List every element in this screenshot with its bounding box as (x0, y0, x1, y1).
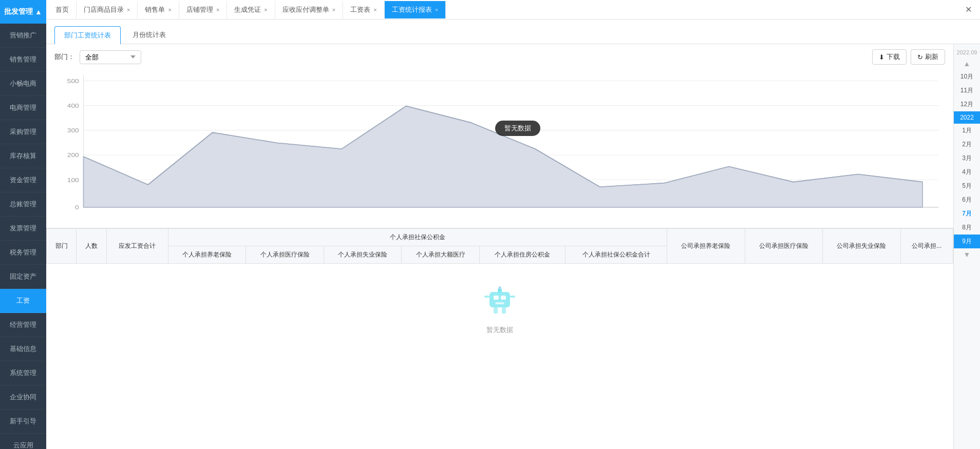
picker-month-2[interactable]: 2月 (954, 138, 980, 151)
picker-year-2022-label[interactable]: 2022.09 (957, 47, 977, 57)
tab-工资表[interactable]: 工资表× (343, 1, 384, 18)
svg-rect-18 (499, 286, 501, 289)
picker-arrow-down[interactable]: ▼ (962, 248, 973, 261)
sidebar-item-销售管理[interactable]: 销售管理 (0, 48, 46, 72)
tab-bar: 首页门店商品目录×销售单×店铺管理×生成凭证×应收应付调整单×工资表×工资统计报… (46, 0, 980, 19)
table-wrapper[interactable]: 部门 人数 应发工资合计 个人承担社保公积金 公司承担养老保险 公司承担医疗保险… (46, 228, 953, 449)
svg-text:200: 200 (67, 151, 79, 159)
col-personal-total: 个人承担社保公积金合计 (565, 246, 667, 264)
sidebar-item-资金管理[interactable]: 资金管理 (0, 168, 46, 192)
tab-销售单[interactable]: 销售单× (138, 1, 179, 18)
tab-close-icon[interactable]: × (264, 7, 267, 13)
chart-svg: 0 100 200 300 400 500 (54, 70, 945, 224)
sidebar-item-固定资产[interactable]: 固定资产 (0, 265, 46, 289)
tab-label: 销售单 (145, 5, 165, 14)
tab-close-icon[interactable]: × (435, 7, 438, 13)
tab-label: 应收应付调整单 (282, 5, 329, 14)
date-picker-panel: 2022.09 ▲ 10月 11月 12月 2022 1月 2月 3月 4月 5… (953, 44, 980, 449)
sidebar-item-发票管理[interactable]: 发票管理 (0, 217, 46, 241)
sidebar-item-税务管理[interactable]: 税务管理 (0, 241, 46, 265)
tab-店铺管理[interactable]: 店铺管理× (179, 1, 227, 18)
sidebar-item-企业协同[interactable]: 企业协同 (0, 385, 46, 409)
toolbar-actions: ⬇ 下载 ↻ 刷新 (872, 49, 945, 65)
picker-month-7[interactable]: 7月 (954, 207, 980, 221)
refresh-icon: ↻ (917, 53, 923, 61)
sidebar-item-库存核算[interactable]: 库存核算 (0, 144, 46, 168)
svg-rect-20 (510, 296, 515, 298)
col-company-other: 公司承担... (900, 229, 953, 264)
picker-month-9[interactable]: 9月 (954, 235, 980, 248)
picker-month-8[interactable]: 8月 (954, 221, 980, 235)
svg-rect-22 (502, 307, 506, 314)
col-count: 人数 (77, 229, 106, 264)
chart-area: 0 100 200 300 400 500 (46, 70, 953, 224)
svg-rect-13 (489, 292, 510, 307)
tab-应收应付调整单[interactable]: 应收应付调整单× (275, 1, 343, 18)
svg-rect-15 (501, 296, 506, 300)
sidebar-item-小畅电商[interactable]: 小畅电商 (0, 72, 46, 96)
sidebar-item-经营管理[interactable]: 经营管理 (0, 313, 46, 337)
tab-label: 生成凭证 (234, 5, 261, 14)
sidebar-item-营销推广[interactable]: 营销推广 (0, 24, 46, 48)
chart-container: 0 100 200 300 400 500 (54, 70, 945, 224)
tab-close-icon[interactable]: × (168, 7, 171, 13)
picker-year-2022-marker[interactable]: 2022 (954, 111, 980, 124)
sidebar-item-基础信息[interactable]: 基础信息 (0, 337, 46, 361)
picker-month-10[interactable]: 10月 (954, 70, 980, 84)
picker-month-3[interactable]: 3月 (954, 151, 980, 165)
sidebar-item-电商管理[interactable]: 电商管理 (0, 96, 46, 120)
col-personal-medical: 个人承担医疗保险 (246, 246, 324, 264)
main-area: 首页门店商品目录×销售单×店铺管理×生成凭证×应收应付调整单×工资表×工资统计报… (46, 0, 980, 449)
svg-rect-16 (495, 302, 504, 304)
sidebar-item-系统管理[interactable]: 系统管理 (0, 361, 46, 385)
picker-arrow-up[interactable]: ▲ (962, 57, 973, 70)
col-personal-housing: 个人承担住房公积金 (479, 246, 565, 264)
tab-bar-end: ✕ (959, 3, 978, 16)
col-company-medical: 公司承担医疗保险 (745, 229, 823, 264)
empty-text: 暂无数据 (486, 325, 513, 335)
col-personal-group: 个人承担社保公积金 (168, 229, 667, 246)
col-personal-unemployment: 个人承担失业保险 (324, 246, 402, 264)
svg-text:0: 0 (75, 204, 79, 211)
tab-close-icon[interactable]: × (216, 7, 219, 13)
sidebar-item-总账管理[interactable]: 总账管理 (0, 192, 46, 217)
picker-month-5[interactable]: 5月 (954, 179, 980, 193)
sidebar-item-工资[interactable]: 工资 (0, 289, 46, 313)
col-company-unemployment: 公司承担失业保险 (823, 229, 901, 264)
download-icon: ⬇ (879, 53, 884, 61)
sidebar-item-云应用[interactable]: 云应用 (0, 434, 46, 449)
tab-close-icon[interactable]: × (373, 7, 376, 13)
sidebar-header[interactable]: 批发管理 ▲ (0, 0, 46, 24)
tab-工资统计报表[interactable]: 工资统计报表× (385, 1, 446, 18)
dept-select[interactable]: 全部 (80, 50, 141, 64)
empty-state-icon (479, 279, 520, 320)
refresh-button[interactable]: ↻ 刷新 (911, 49, 945, 65)
tab-首页[interactable]: 首页 (48, 1, 77, 18)
tab-门店商品目录[interactable]: 门店商品目录× (77, 1, 138, 18)
empty-state: 暂无数据 (47, 264, 953, 350)
tab-close-icon[interactable]: × (127, 7, 130, 13)
inner-tab-部门工资统计表[interactable]: 部门工资统计表 (54, 26, 121, 44)
picker-month-12[interactable]: 12月 (954, 97, 980, 111)
content-main: 部门： 全部 ⬇ 下载 ↻ 刷新 (46, 44, 953, 449)
toolbar-row: 部门： 全部 ⬇ 下载 ↻ 刷新 (46, 44, 953, 70)
picker-month-11[interactable]: 11月 (954, 84, 980, 97)
content-area: 部门工资统计表月份统计表 部门： 全部 ⬇ 下载 (46, 19, 980, 449)
col-total-wage: 应发工资合计 (106, 229, 168, 264)
svg-text:300: 300 (67, 127, 79, 134)
tab-生成凭证[interactable]: 生成凭证× (227, 1, 275, 18)
picker-month-6[interactable]: 6月 (954, 193, 980, 207)
sidebar-item-采购管理[interactable]: 采购管理 (0, 120, 46, 144)
picker-month-4[interactable]: 4月 (954, 165, 980, 179)
col-personal-pension: 个人承担养老保险 (168, 246, 246, 264)
picker-month-1[interactable]: 1月 (954, 124, 980, 138)
refresh-label: 刷新 (925, 52, 938, 62)
tab-close-icon[interactable]: × (332, 7, 335, 13)
download-label: 下载 (887, 52, 900, 62)
tab-label: 工资表 (350, 5, 370, 14)
inner-tab-月份统计表[interactable]: 月份统计表 (123, 26, 176, 44)
close-all-icon[interactable]: ✕ (963, 3, 974, 16)
sidebar-item-新手引导[interactable]: 新手引导 (0, 409, 46, 434)
svg-rect-19 (484, 296, 489, 298)
download-button[interactable]: ⬇ 下载 (872, 49, 907, 65)
